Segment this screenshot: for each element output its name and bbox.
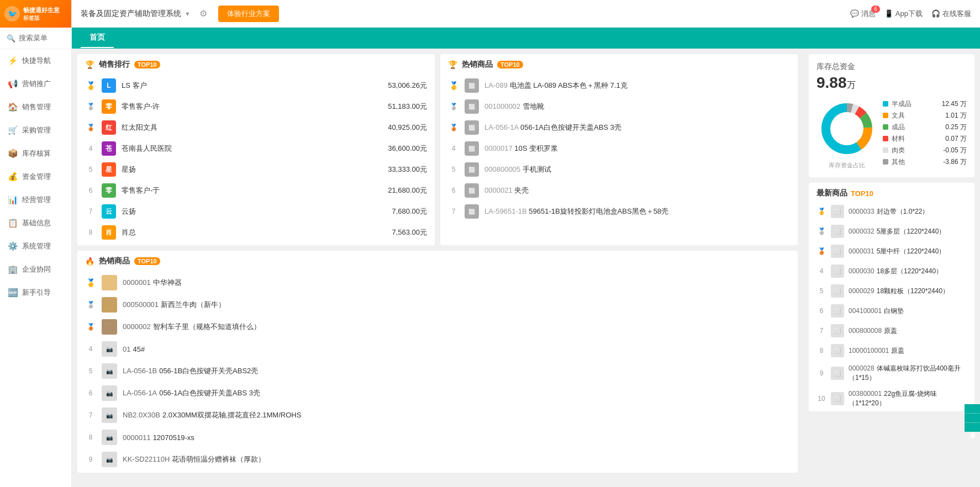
sidebar-item-inventory[interactable]: 📦 库存核算 bbox=[0, 142, 71, 165]
sales-rank-item: 🥇 L LS 客户 53,006.26元 bbox=[77, 75, 435, 96]
rank-number: 7 bbox=[448, 208, 459, 215]
rank-name: 001000002 雪地靴 bbox=[484, 102, 790, 112]
top-product-right-item: 4 ⬜ 0000017 10S 变积罗浆 bbox=[440, 138, 798, 159]
nav-icon-sales: 🏠 bbox=[8, 102, 18, 112]
legend-label: 材料 bbox=[892, 134, 942, 144]
newest-product-item: 🥈 ⬜ 00000325厘多层（1220*2440） bbox=[809, 221, 974, 241]
float-button-2[interactable]: 直播 bbox=[965, 423, 980, 432]
newest-name: 000002918颗粒板（1220*2440） bbox=[849, 287, 967, 296]
topbar-right: 💬 消息 6 📱 App下载 🎧 在线客服 bbox=[850, 9, 971, 19]
chevron-down-icon: ▼ bbox=[185, 10, 191, 17]
nav-label-purchase: 采购管理 bbox=[22, 125, 51, 135]
newest-name: 10000100001原盖 bbox=[849, 346, 967, 356]
donut-chart-wrapper: 库存资金占比 bbox=[816, 98, 877, 170]
hot-items-right-header: 🏆 热销商品 TOP10 bbox=[440, 54, 798, 73]
sidebar-item-marketing[interactable]: 📢 营销推广 bbox=[0, 72, 71, 96]
hot-product-item: 🥈 000500001新西兰牛肉（新牛） bbox=[77, 294, 798, 316]
rank-name: LA-59651-1B 59651-1B旋转投影灯电池盒ABS黑色＋58壳 bbox=[484, 207, 790, 216]
fire-icon: 🔥 bbox=[85, 257, 94, 266]
rank-number: 8 bbox=[85, 229, 96, 236]
float-button-1[interactable]: 服务社区 bbox=[965, 414, 980, 423]
sidebar-item-quick-nav[interactable]: ⚡ 快捷导航 bbox=[0, 49, 71, 72]
top-product-right-item: 🥉 ⬜ LA-056-1A 056-1A白色按键开关盖ABS 3壳 bbox=[440, 117, 798, 138]
product-name: NB2.0X30B2.0X30MM双摆花轴,摆花直径2.1MM/ROHS bbox=[123, 410, 790, 420]
nav-icon-quick-nav: ⚡ bbox=[8, 56, 18, 66]
newest-thumb: ⬜ bbox=[831, 324, 844, 337]
rank-avatar: ⬜ bbox=[465, 204, 479, 219]
legend-value: 1.01 万 bbox=[945, 111, 967, 120]
system-selector[interactable]: 装备及固定资产辅助管理系统 ▼ bbox=[81, 9, 191, 19]
nav-icon-purchase: 🛒 bbox=[8, 125, 18, 135]
tabbar: 首页 bbox=[72, 28, 980, 49]
newest-thumb: ⬜ bbox=[831, 367, 844, 380]
rank-avatar: ⬜ bbox=[465, 99, 479, 114]
sidebar-item-system[interactable]: ⚙️ 系统管理 bbox=[0, 235, 71, 258]
sales-rank-item: 🥉 红 红太阳文具 40,925.00元 bbox=[77, 117, 435, 138]
inventory-legend: 半成品 12.45 万 文具 1.01 万 成品 0.25 万 材料 0.07 … bbox=[883, 99, 967, 169]
hot-product-item: 8 📷 000001112070519-xs bbox=[77, 426, 798, 448]
legend-label: 肉类 bbox=[892, 146, 940, 155]
newest-thumb: ⬜ bbox=[831, 205, 844, 218]
hot-product-item: 🥇 0000001中华神器 bbox=[77, 272, 798, 294]
product-thumbnail: 📷 bbox=[102, 430, 117, 445]
rank-avatar: ⬜ bbox=[465, 120, 479, 135]
hot-product-list: 🥇 0000001中华神器 🥈 000500001新西兰牛肉（新牛） 🥉 000… bbox=[77, 269, 798, 473]
top-product-right-item: 🥈 ⬜ 001000002 雪地靴 bbox=[440, 96, 798, 117]
trophy-icon: 🏆 bbox=[85, 60, 94, 69]
main-area: 装备及固定资产辅助管理系统 ▼ ⚙ 体验行业方案 💬 消息 6 📱 App下载 … bbox=[72, 0, 980, 487]
nav-label-corp: 企业协同 bbox=[22, 264, 51, 274]
try-plan-button[interactable]: 体验行业方案 bbox=[218, 6, 279, 22]
rank-name: LA-089 电池盖 LA-089 ABS本色＋黑种 7.1克 bbox=[484, 81, 790, 91]
newest-thumb: ⬜ bbox=[831, 344, 844, 357]
newest-product-item: 6 ⬜ 004100001白钢垫 bbox=[809, 301, 974, 321]
sidebar-search[interactable]: 🔍 搜索菜单 bbox=[0, 28, 71, 49]
product-thumbnail: 📷 bbox=[102, 363, 117, 379]
sales-ranking-card: 🏆 销售排行 TOP10 🥇 L LS 客户 53,006.26元 🥈 零 零售… bbox=[77, 54, 435, 245]
rank-number: 9 bbox=[85, 456, 96, 463]
sidebar-item-finance[interactable]: 💰 资金管理 bbox=[0, 165, 71, 188]
settings-icon[interactable]: ⚙ bbox=[199, 8, 207, 19]
tab-home[interactable]: 首页 bbox=[81, 28, 114, 48]
rank-number: 8 bbox=[85, 433, 96, 441]
message-badge: 6 bbox=[871, 6, 880, 13]
newest-rank-number: 9 bbox=[816, 369, 826, 377]
sidebar-item-sales[interactable]: 🏠 销售管理 bbox=[0, 96, 71, 119]
newest-product-item: 9 ⬜ 0000028体碱嘉枚味苏打饮品400毫升（1*15） bbox=[809, 361, 974, 386]
sidebar-item-corp[interactable]: 🏢 企业协同 bbox=[0, 258, 71, 281]
newest-rank-number: 6 bbox=[816, 307, 826, 315]
legend-value: -0.05 万 bbox=[943, 146, 967, 155]
float-button-0[interactable]: 客服热线 bbox=[965, 404, 980, 414]
sidebar-item-operation[interactable]: 📊 经营管理 bbox=[0, 188, 71, 211]
inventory-fund-title: 库存总资金 bbox=[816, 62, 967, 72]
hot-product-item: 9 📷 KK-SD22110H花语萌恒温分赠裤袜（厚款） bbox=[77, 448, 798, 470]
app-download-button[interactable]: 📱 App下载 bbox=[884, 9, 923, 19]
product-name: 0000001中华神器 bbox=[123, 278, 790, 288]
newest-product-item: 🥉 ⬜ 00000315厘中纤（1220*2440） bbox=[809, 241, 974, 261]
nav-label-basic: 基础信息 bbox=[22, 218, 51, 228]
sidebar-item-purchase[interactable]: 🛒 采购管理 bbox=[0, 119, 71, 142]
sidebar-item-basic[interactable]: 📋 基础信息 bbox=[0, 211, 71, 235]
newest-products-header: 最新商品 TOP10 bbox=[809, 183, 974, 202]
newest-thumb: ⬜ bbox=[831, 304, 844, 317]
online-service-button[interactable]: 🎧 在线客服 bbox=[931, 9, 971, 19]
product-thumbnail bbox=[102, 297, 117, 313]
phone-icon: 📱 bbox=[884, 9, 893, 18]
message-button[interactable]: 💬 消息 6 bbox=[850, 9, 876, 19]
hot-product-item: 7 📷 NB2.0X30B2.0X30MM双摆花轴,摆花直径2.1MM/ROHS bbox=[77, 404, 798, 426]
product-thumbnail: 📷 bbox=[102, 407, 117, 423]
message-icon: 💬 bbox=[850, 9, 859, 18]
rank-number: 5 bbox=[85, 367, 96, 375]
sales-rank-list: 🥇 L LS 客户 53,006.26元 🥈 零 零售客户-许 51,183.0… bbox=[77, 73, 435, 245]
legend-value: 12.45 万 bbox=[942, 99, 967, 109]
rank-name: 肖总 bbox=[122, 227, 386, 237]
inventory-fund-value: 9.88万 bbox=[816, 74, 967, 92]
product-thumbnail: 📷 bbox=[102, 452, 117, 467]
sales-rank-item: 🥈 零 零售客户-许 51,183.00元 bbox=[77, 96, 435, 117]
rank-number: 🥇 bbox=[448, 81, 459, 90]
newest-name: 004100001白钢垫 bbox=[849, 306, 967, 316]
newest-thumb: ⬜ bbox=[831, 245, 844, 258]
top10-badge-2: TOP10 bbox=[497, 61, 523, 68]
newest-name: 00380000122g鱼豆腐-烧烤味（1*12*20） bbox=[849, 389, 967, 408]
rank-value: 33,333.00元 bbox=[388, 165, 427, 174]
sidebar-item-guide[interactable]: 🆕 新手引导 bbox=[0, 281, 71, 304]
